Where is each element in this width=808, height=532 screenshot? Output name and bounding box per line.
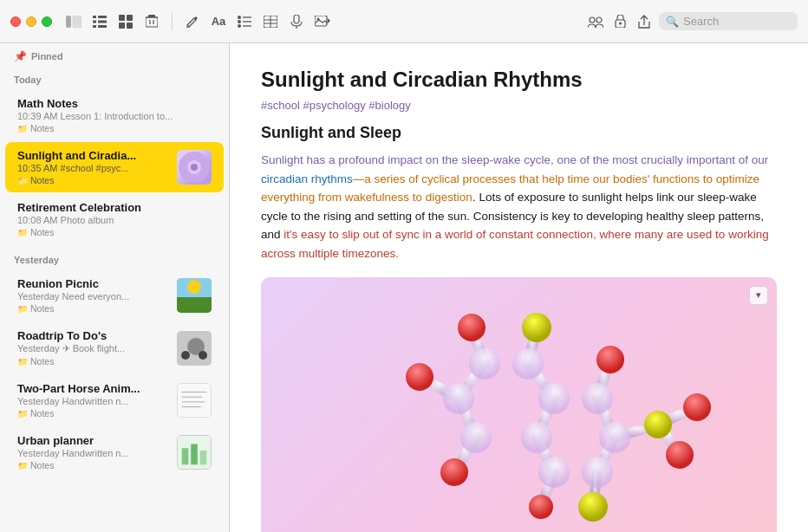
svg-point-85 xyxy=(582,457,613,488)
table-icon[interactable] xyxy=(261,12,280,31)
list-item[interactable]: Sunlight and Ciradia... 10:35 AM #school… xyxy=(5,142,224,192)
svg-point-88 xyxy=(406,363,433,391)
list-item[interactable]: Reunion Picnic Yesterday Need everyon...… xyxy=(5,270,224,321)
note-info: Roadtrip To Do's Yesterday ✈ Book flight… xyxy=(17,329,170,367)
left-panel: 📌 Pinned Today Math Notes 10:39 AM Lesso… xyxy=(0,43,230,532)
note-info: Reunion Picnic Yesterday Need everyon...… xyxy=(17,277,170,314)
note-info: Two-Part Horse Anim... Yesterday Handwri… xyxy=(17,382,170,418)
svg-rect-55 xyxy=(191,444,198,465)
note-thumbnail xyxy=(177,278,212,313)
format-text-icon[interactable]: Aa xyxy=(209,12,228,31)
lock-icon[interactable] xyxy=(610,12,629,31)
list-view-icon[interactable] xyxy=(90,12,109,31)
svg-rect-54 xyxy=(182,448,189,464)
list-item[interactable]: Two-Part Horse Anim... Yesterday Handwri… xyxy=(5,375,224,425)
svg-point-19 xyxy=(238,20,241,23)
svg-rect-4 xyxy=(93,20,96,23)
today-label: Today xyxy=(0,66,229,88)
svg-point-80 xyxy=(512,348,544,380)
svg-rect-0 xyxy=(66,16,71,28)
note-thumbnail xyxy=(177,331,212,366)
list-item[interactable]: Roadtrip To Do's Yesterday ✈ Book flight… xyxy=(5,322,224,373)
pin-icon: 📌 xyxy=(14,50,27,62)
note-meta: 10:35 AM #school #psyc... xyxy=(17,163,170,173)
note-folder: 📁Notes xyxy=(17,175,170,185)
sidebar-toggle-icon[interactable] xyxy=(64,12,83,31)
svg-point-96 xyxy=(578,492,608,522)
svg-point-79 xyxy=(469,348,500,380)
note-folder: 📁Notes xyxy=(17,123,212,133)
separator xyxy=(172,13,173,30)
note-meta: Yesterday Handwritten n... xyxy=(17,396,170,406)
note-folder: 📁Notes xyxy=(17,408,170,418)
svg-marker-32 xyxy=(328,18,330,23)
svg-point-36 xyxy=(619,23,622,25)
svg-rect-8 xyxy=(119,15,125,21)
note-info: Urban planner Yesterday Handwritten n...… xyxy=(17,434,170,470)
svg-rect-56 xyxy=(200,451,207,464)
svg-point-83 xyxy=(460,422,492,453)
media-collapse-button[interactable]: ▾ xyxy=(749,286,768,305)
svg-rect-10 xyxy=(119,23,125,29)
note-body: Sunlight has a profound impact on the sl… xyxy=(261,151,777,263)
svg-rect-7 xyxy=(98,25,107,28)
svg-rect-1 xyxy=(73,16,81,28)
trash-icon[interactable] xyxy=(142,12,161,31)
note-info: Retirement Celebration 10:08 AM Photo al… xyxy=(17,201,212,237)
note-main-title: Sunlight and Circadian Rhythms xyxy=(261,68,777,92)
note-folder: 📁Notes xyxy=(17,460,170,470)
list-item[interactable]: Urban planner Yesterday Handwritten n...… xyxy=(5,427,224,477)
svg-rect-3 xyxy=(98,16,107,18)
svg-point-93 xyxy=(683,393,711,421)
minimize-button[interactable] xyxy=(26,16,36,27)
svg-point-78 xyxy=(443,383,474,414)
fullscreen-button[interactable] xyxy=(42,16,52,27)
svg-point-87 xyxy=(582,383,613,414)
toolbar-right: 🔍 xyxy=(586,12,798,31)
checklist-icon[interactable] xyxy=(235,12,254,31)
svg-point-81 xyxy=(538,383,570,414)
note-text-blue: circadian rhythms xyxy=(261,172,353,185)
note-info: Math Notes 10:39 AM Lesson 1: Introducti… xyxy=(17,97,212,133)
note-title: Retirement Celebration xyxy=(17,201,212,214)
title-bar: Aa xyxy=(0,0,808,43)
note-thumbnail xyxy=(177,435,212,470)
list-item[interactable]: Retirement Celebration 10:08 AM Photo al… xyxy=(5,194,224,244)
svg-rect-11 xyxy=(127,23,133,29)
note-meta: Yesterday ✈ Book flight... xyxy=(17,343,170,354)
collab-icon[interactable] xyxy=(586,12,605,31)
compose-icon[interactable] xyxy=(183,12,202,31)
traffic-lights xyxy=(10,16,52,27)
svg-point-89 xyxy=(458,314,485,341)
search-input[interactable] xyxy=(683,15,791,28)
note-title: Roadtrip To Do's xyxy=(17,329,170,342)
note-text-purple: Sunlight has a profound impact on the sl… xyxy=(261,153,768,166)
svg-rect-28 xyxy=(294,15,299,23)
media-container: ▾ xyxy=(261,277,777,532)
note-title: Urban planner xyxy=(17,434,170,447)
svg-point-18 xyxy=(238,16,241,19)
svg-point-95 xyxy=(522,313,551,342)
note-section-title: Sunlight and Sleep xyxy=(261,124,777,142)
svg-point-47 xyxy=(199,351,207,360)
svg-rect-6 xyxy=(93,25,96,28)
note-title: Math Notes xyxy=(17,97,212,110)
note-meta: Yesterday Need everyon... xyxy=(17,291,170,302)
share-icon[interactable] xyxy=(635,12,654,31)
media-icon[interactable] xyxy=(313,12,332,31)
svg-point-46 xyxy=(181,351,190,360)
svg-rect-48 xyxy=(178,384,211,417)
grid-view-icon[interactable] xyxy=(116,12,135,31)
close-button[interactable] xyxy=(10,16,21,27)
svg-point-91 xyxy=(529,495,553,519)
note-title: Reunion Picnic xyxy=(17,277,170,290)
svg-point-43 xyxy=(187,280,201,294)
molecule-image xyxy=(261,277,777,532)
search-bar[interactable]: 🔍 xyxy=(659,12,798,30)
list-item[interactable]: Math Notes 10:39 AM Lesson 1: Introducti… xyxy=(5,90,224,140)
note-folder: 📁Notes xyxy=(17,356,170,367)
note-meta: 10:39 AM Lesson 1: Introduction to... xyxy=(17,111,212,121)
note-text-red: it's easy to slip out of sync in a world… xyxy=(261,228,769,260)
audio-icon[interactable] xyxy=(287,12,306,31)
note-folder: 📁Notes xyxy=(17,227,212,237)
